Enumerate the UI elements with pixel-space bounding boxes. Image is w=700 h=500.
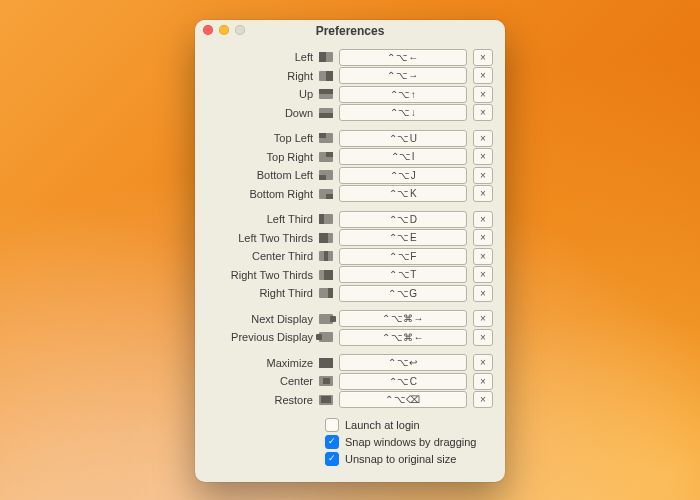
shortcut-row-restore: Restore⌃⌥⌫× [207,391,493,410]
clear-shortcut-button[interactable]: × [473,130,493,147]
layout-preview-icon [319,52,333,62]
layout-preview-icon [319,314,333,324]
layout-preview-icon [319,189,333,199]
checkbox-snap_drag[interactable] [325,435,339,449]
shortcut-label: Top Left [207,132,313,144]
shortcut-field[interactable]: ⌃⌥G [339,285,467,302]
shortcut-field[interactable]: ⌃⌥← [339,49,467,66]
shortcut-label: Bottom Right [207,188,313,200]
clear-shortcut-button[interactable]: × [473,354,493,371]
shortcut-row-center: Center⌃⌥C× [207,372,493,391]
shortcut-field[interactable]: ⌃⌥E [339,229,467,246]
shortcut-field[interactable]: ⌃⌥F [339,248,467,265]
shortcut-label: Left Third [207,213,313,225]
layout-preview-icon [319,251,333,261]
layout-preview-icon [319,233,333,243]
shortcut-field[interactable]: ⌃⌥→ [339,67,467,84]
clear-shortcut-button[interactable]: × [473,211,493,228]
layout-preview-icon [319,358,333,368]
shortcut-field[interactable]: ⌃⌥C [339,373,467,390]
shortcut-row-left: Left⌃⌥←× [207,48,493,67]
layout-preview-icon [319,376,333,386]
shortcut-row-up: Up⌃⌥↑× [207,85,493,104]
layout-preview-icon [319,108,333,118]
clear-shortcut-button[interactable]: × [473,104,493,121]
desktop-wallpaper: Preferences Left⌃⌥←×Right⌃⌥→×Up⌃⌥↑×Down⌃… [0,0,700,500]
shortcut-field[interactable]: ⌃⌥T [339,266,467,283]
checkbox-label: Launch at login [345,419,420,431]
shortcut-row-bottomright: Bottom Right⌃⌥K× [207,185,493,204]
shortcut-row-right: Right⌃⌥→× [207,67,493,86]
shortcut-label: Up [207,88,313,100]
clear-shortcut-button[interactable]: × [473,185,493,202]
shortcut-group: Left Third⌃⌥D×Left Two Thirds⌃⌥E×Center … [207,210,493,303]
shortcut-label: Center Third [207,250,313,262]
clear-shortcut-button[interactable]: × [473,67,493,84]
window-title: Preferences [316,24,385,38]
shortcut-field[interactable]: ⌃⌥⌘← [339,329,467,346]
checkbox-row-unsnap_orig: Unsnap to original size [325,450,493,467]
layout-preview-icon [319,89,333,99]
shortcut-row-topleft: Top Left⌃⌥U× [207,129,493,148]
shortcut-field[interactable]: ⌃⌥⌘→ [339,310,467,327]
layout-preview-icon [319,133,333,143]
checkbox-unsnap_orig[interactable] [325,452,339,466]
close-icon[interactable] [203,25,213,35]
shortcut-row-centerthird: Center Third⌃⌥F× [207,247,493,266]
clear-shortcut-button[interactable]: × [473,49,493,66]
shortcut-label: Down [207,107,313,119]
clear-shortcut-button[interactable]: × [473,310,493,327]
clear-shortcut-button[interactable]: × [473,266,493,283]
shortcut-field[interactable]: ⌃⌥↑ [339,86,467,103]
shortcut-label: Next Display [207,313,313,325]
shortcut-row-down: Down⌃⌥↓× [207,104,493,123]
checkbox-launch_login[interactable] [325,418,339,432]
shortcut-row-right23: Right Two Thirds⌃⌥T× [207,266,493,285]
clear-shortcut-button[interactable]: × [473,329,493,346]
layout-preview-icon [319,270,333,280]
layout-preview-icon [319,395,333,405]
layout-preview-icon [319,170,333,180]
shortcut-row-topright: Top Right⌃⌥I× [207,148,493,167]
shortcut-row-bottomleft: Bottom Left⌃⌥J× [207,166,493,185]
clear-shortcut-button[interactable]: × [473,391,493,408]
shortcut-label: Restore [207,394,313,406]
preferences-body: Left⌃⌥←×Right⌃⌥→×Up⌃⌥↑×Down⌃⌥↓×Top Left⌃… [195,42,505,477]
shortcut-label: Top Right [207,151,313,163]
clear-shortcut-button[interactable]: × [473,229,493,246]
layout-preview-icon [319,214,333,224]
shortcut-row-left23: Left Two Thirds⌃⌥E× [207,229,493,248]
shortcut-label: Bottom Left [207,169,313,181]
shortcut-label: Previous Display [207,331,313,343]
clear-shortcut-button[interactable]: × [473,285,493,302]
traffic-lights [203,25,245,35]
shortcut-label: Left Two Thirds [207,232,313,244]
shortcut-field[interactable]: ⌃⌥J [339,167,467,184]
shortcut-field[interactable]: ⌃⌥⌫ [339,391,467,408]
shortcut-field[interactable]: ⌃⌥K [339,185,467,202]
layout-preview-icon [319,152,333,162]
shortcut-field[interactable]: ⌃⌥U [339,130,467,147]
clear-shortcut-button[interactable]: × [473,373,493,390]
preferences-window: Preferences Left⌃⌥←×Right⌃⌥→×Up⌃⌥↑×Down⌃… [195,20,505,482]
clear-shortcut-button[interactable]: × [473,148,493,165]
checkbox-row-launch_login: Launch at login [325,416,493,433]
clear-shortcut-button[interactable]: × [473,167,493,184]
shortcut-field[interactable]: ⌃⌥↩ [339,354,467,371]
shortcut-row-maximize: Maximize⌃⌥↩× [207,354,493,373]
shortcut-field[interactable]: ⌃⌥↓ [339,104,467,121]
shortcut-field[interactable]: ⌃⌥I [339,148,467,165]
clear-shortcut-button[interactable]: × [473,86,493,103]
shortcut-row-prevdisp: Previous Display⌃⌥⌘←× [207,328,493,347]
shortcut-group: Next Display⌃⌥⌘→×Previous Display⌃⌥⌘←× [207,310,493,347]
layout-preview-icon [319,288,333,298]
zoom-icon [235,25,245,35]
shortcut-row-nextdisp: Next Display⌃⌥⌘→× [207,310,493,329]
layout-preview-icon [319,332,333,342]
shortcut-group: Left⌃⌥←×Right⌃⌥→×Up⌃⌥↑×Down⌃⌥↓× [207,48,493,122]
shortcut-field[interactable]: ⌃⌥D [339,211,467,228]
shortcut-label: Right Third [207,287,313,299]
clear-shortcut-button[interactable]: × [473,248,493,265]
minimize-icon[interactable] [219,25,229,35]
checkbox-label: Snap windows by dragging [345,436,476,448]
